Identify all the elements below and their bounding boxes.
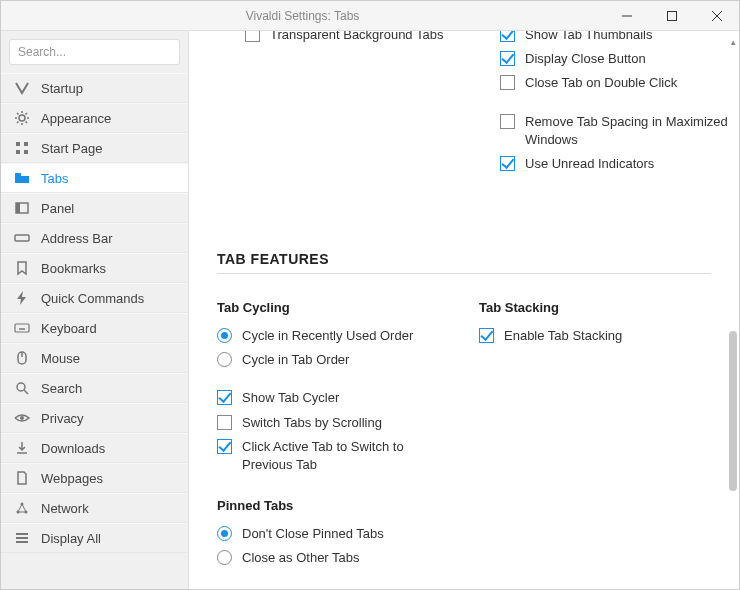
sidebar-item-privacy[interactable]: Privacy (1, 403, 188, 433)
option-label: Enable Tab Stacking (504, 327, 622, 345)
radio-icon (217, 352, 232, 367)
sidebar-item-downloads[interactable]: Downloads (1, 433, 188, 463)
radio-close-as-other-tabs[interactable]: Close as Other Tabs (217, 549, 449, 567)
pinned-tabs-title: Pinned Tabs (217, 498, 449, 513)
checkbox-transparent-background-tabs[interactable]: Transparent Background Tabs (245, 31, 485, 44)
radio-cycle-in-recently-used-order[interactable]: Cycle in Recently Used Order (217, 327, 449, 345)
top-options-right: Show Tab ThumbnailsDisplay Close ButtonC… (500, 31, 739, 179)
svg-rect-14 (15, 324, 29, 332)
sidebar-item-label: Appearance (41, 111, 111, 126)
checkbox-icon (217, 439, 232, 454)
sidebar-item-label: Bookmarks (41, 261, 106, 276)
scrollbar-up-arrow[interactable]: ▴ (729, 37, 737, 47)
checkbox-show-tab-cycler[interactable]: Show Tab Cycler (217, 389, 449, 407)
section-title-tab-features: TAB FEATURES (217, 251, 711, 267)
svg-rect-6 (24, 142, 28, 146)
grid-icon (13, 139, 31, 157)
option-label: Close Tab on Double Click (525, 74, 677, 92)
sidebar-item-label: Start Page (41, 141, 102, 156)
svg-rect-13 (15, 235, 29, 241)
option-label: Cycle in Recently Used Order (242, 327, 413, 345)
pinned-tabs-radios: Don't Close Pinned TabsClose as Other Ta… (217, 525, 449, 567)
bookmark-icon (13, 259, 31, 277)
sidebar-item-network[interactable]: Network (1, 493, 188, 523)
checkbox-switch-tabs-by-scrolling[interactable]: Switch Tabs by Scrolling (217, 414, 449, 432)
sidebar-item-label: Quick Commands (41, 291, 144, 306)
tab-cycling-checks: Show Tab CyclerSwitch Tabs by ScrollingC… (217, 389, 449, 474)
page-icon (13, 469, 31, 487)
top-options-area: Transparent Background Tabs Show Tab Thu… (217, 31, 711, 201)
sidebar-nav: StartupAppearanceStart PageTabsPanelAddr… (1, 73, 188, 553)
sidebar-item-bookmarks[interactable]: Bookmarks (1, 253, 188, 283)
checkbox-close-tab-on-double-click[interactable]: Close Tab on Double Click (500, 74, 739, 92)
option-label: Display Close Button (525, 50, 646, 68)
tab-cycling-column: Tab Cycling Cycle in Recently Used Order… (217, 292, 449, 574)
radio-cycle-in-tab-order[interactable]: Cycle in Tab Order (217, 351, 449, 369)
option-label: Show Tab Thumbnails (525, 31, 652, 44)
tab-icon (13, 169, 31, 187)
mouse-icon (13, 349, 31, 367)
option-label: Close as Other Tabs (242, 549, 360, 567)
sidebar-item-search[interactable]: Search (1, 373, 188, 403)
close-button[interactable] (694, 1, 739, 31)
search-input[interactable] (9, 39, 180, 65)
option-label: Use Unread Indicators (525, 155, 654, 173)
sidebar-item-tabs[interactable]: Tabs (1, 163, 188, 193)
checkbox-click-active-tab-to-switch-to-previous-tab[interactable]: Click Active Tab to Switch to Previous T… (217, 438, 449, 474)
sidebar-item-keyboard[interactable]: Keyboard (1, 313, 188, 343)
window-controls (604, 1, 739, 31)
sidebar-item-label: Tabs (41, 171, 68, 186)
sidebar-item-quick-commands[interactable]: Quick Commands (1, 283, 188, 313)
checkbox-icon (479, 328, 494, 343)
checkbox-display-close-button[interactable]: Display Close Button (500, 50, 739, 68)
option-label: Don't Close Pinned Tabs (242, 525, 384, 543)
sidebar-item-start-page[interactable]: Start Page (1, 133, 188, 163)
svg-rect-8 (24, 150, 28, 154)
content: Transparent Background Tabs Show Tab Thu… (189, 31, 739, 590)
sidebar-item-label: Address Bar (41, 231, 113, 246)
checkbox-use-unread-indicators[interactable]: Use Unread Indicators (500, 155, 739, 173)
option-label: Switch Tabs by Scrolling (242, 414, 382, 432)
content-scroll[interactable]: Transparent Background Tabs Show Tab Thu… (189, 31, 739, 590)
sidebar-item-label: Network (41, 501, 89, 516)
checkbox-icon (245, 31, 260, 42)
svg-point-4 (19, 115, 25, 121)
tab-stacking-checks: Enable Tab Stacking (479, 327, 711, 345)
download-icon (13, 439, 31, 457)
checkbox-icon (217, 415, 232, 430)
tab-stacking-column: Tab Stacking Enable Tab Stacking (479, 292, 711, 574)
scrollbar-thumb[interactable] (729, 331, 737, 491)
checkbox-enable-tab-stacking[interactable]: Enable Tab Stacking (479, 327, 711, 345)
svg-rect-5 (16, 142, 20, 146)
keyboard-icon (13, 319, 31, 337)
option-label: Remove Tab Spacing in Maximized Windows (525, 113, 739, 149)
sidebar-item-display-all[interactable]: Display All (1, 523, 188, 553)
sidebar-item-panel[interactable]: Panel (1, 193, 188, 223)
radio-don-t-close-pinned-tabs[interactable]: Don't Close Pinned Tabs (217, 525, 449, 543)
sidebar-item-mouse[interactable]: Mouse (1, 343, 188, 373)
minimize-button[interactable] (604, 1, 649, 31)
svg-rect-12 (16, 203, 20, 213)
checkbox-icon (217, 390, 232, 405)
tab-stacking-title: Tab Stacking (479, 300, 711, 315)
sidebar-item-appearance[interactable]: Appearance (1, 103, 188, 133)
sidebar-item-webpages[interactable]: Webpages (1, 463, 188, 493)
maximize-button[interactable] (649, 1, 694, 31)
checkbox-remove-tab-spacing-in-maximized-windows[interactable]: Remove Tab Spacing in Maximized Windows (500, 113, 739, 149)
svg-rect-9 (15, 176, 29, 183)
sidebar-item-label: Display All (41, 531, 101, 546)
main: StartupAppearanceStart PageTabsPanelAddr… (1, 31, 739, 590)
radio-icon (217, 550, 232, 565)
svg-rect-10 (15, 173, 21, 176)
svg-rect-1 (667, 11, 676, 20)
sidebar-item-label: Webpages (41, 471, 103, 486)
sidebar-item-address-bar[interactable]: Address Bar (1, 223, 188, 253)
checkbox-show-tab-thumbnails[interactable]: Show Tab Thumbnails (500, 31, 739, 44)
sidebar: StartupAppearanceStart PageTabsPanelAddr… (1, 31, 189, 590)
window-title: Vivaldi Settings: Tabs (1, 9, 604, 23)
gear-icon (13, 109, 31, 127)
network-icon (13, 499, 31, 517)
sidebar-item-startup[interactable]: Startup (1, 73, 188, 103)
section-divider (217, 273, 711, 274)
checkbox-icon (500, 114, 515, 129)
